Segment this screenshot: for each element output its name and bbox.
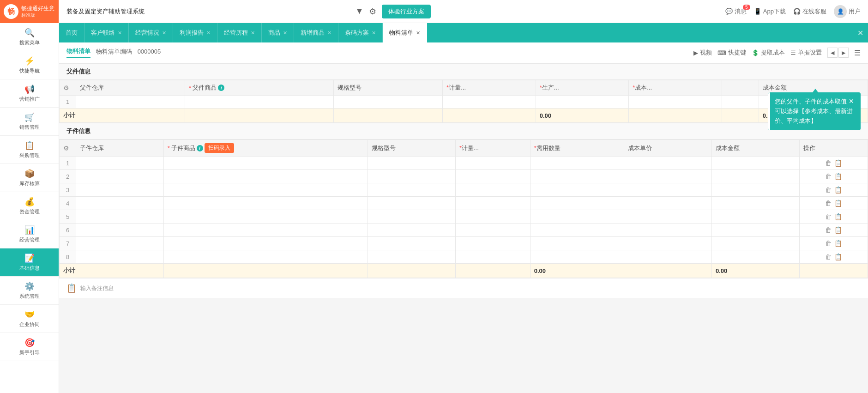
copy-icon[interactable]: 📋 bbox=[834, 159, 842, 167]
app-download-button[interactable]: 📱 App下载 bbox=[754, 7, 786, 16]
tab-home[interactable]: 首页 bbox=[59, 23, 84, 42]
tab-operations[interactable]: 经营情况 ✕ bbox=[129, 23, 173, 42]
tab-customer-close-icon[interactable]: ✕ bbox=[118, 30, 122, 36]
sidebar-item-operations[interactable]: 📊 经营管理 bbox=[0, 220, 59, 248]
child-need-qty-cell[interactable] bbox=[530, 170, 624, 183]
child-unit-cost-cell[interactable] bbox=[624, 183, 712, 197]
copy-icon[interactable]: 📋 bbox=[834, 186, 842, 193]
trial-button[interactable]: 体验行业方案 bbox=[382, 5, 431, 18]
tab-new-goods-close-icon[interactable]: ✕ bbox=[327, 30, 332, 36]
sidebar-item-quicknav[interactable]: ⚡ 快捷导航 bbox=[0, 51, 59, 79]
child-unit-cell[interactable] bbox=[455, 250, 530, 264]
sidebar-item-marketing[interactable]: 📢 营销推广 bbox=[0, 79, 59, 108]
child-unit-cell[interactable] bbox=[455, 237, 530, 250]
child-amount-cell[interactable] bbox=[711, 210, 799, 224]
child-need-qty-cell[interactable] bbox=[530, 183, 624, 197]
child-unit-cost-cell[interactable] bbox=[624, 210, 712, 224]
scan-input-button[interactable]: 扫码录入 bbox=[205, 143, 234, 153]
child-amount-cell[interactable] bbox=[711, 157, 799, 170]
parent-spec-cell[interactable] bbox=[333, 96, 442, 109]
tab-bom[interactable]: 物料清单 ✕ bbox=[383, 23, 427, 42]
child-unit-cost-cell[interactable] bbox=[624, 224, 712, 237]
copy-icon[interactable]: 📋 bbox=[834, 213, 842, 220]
online-service-button[interactable]: 🎧 在线客服 bbox=[793, 7, 826, 16]
child-goods-cell[interactable] bbox=[163, 237, 368, 250]
child-need-qty-cell[interactable] bbox=[530, 224, 624, 237]
child-unit-cost-cell[interactable] bbox=[624, 170, 712, 183]
child-spec-cell[interactable] bbox=[368, 197, 456, 210]
child-unit-cell[interactable] bbox=[455, 197, 530, 210]
child-unit-cell[interactable] bbox=[455, 183, 530, 197]
child-spec-cell[interactable] bbox=[368, 183, 456, 197]
delete-icon[interactable]: 🗑 bbox=[825, 240, 832, 247]
child-warehouse-cell[interactable] bbox=[76, 170, 164, 183]
notes-placeholder[interactable]: 输入备注信息 bbox=[80, 284, 114, 292]
copy-icon[interactable]: 📋 bbox=[834, 240, 842, 247]
child-unit-cell[interactable] bbox=[455, 157, 530, 170]
settings-gear-icon[interactable]: ⚙ bbox=[369, 6, 376, 17]
child-need-qty-cell[interactable] bbox=[530, 237, 624, 250]
tab-goods-close-icon[interactable]: ✕ bbox=[283, 30, 287, 36]
child-unit-cell[interactable] bbox=[455, 170, 530, 183]
parent-produce-cell[interactable] bbox=[536, 96, 629, 109]
sidebar-item-finance[interactable]: 💰 资金管理 bbox=[0, 192, 59, 220]
tab-barcode-close-icon[interactable]: ✕ bbox=[372, 30, 376, 36]
tab-history[interactable]: 经营历程 ✕ bbox=[217, 23, 262, 42]
tab-barcode[interactable]: 条码方案 ✕ bbox=[338, 23, 383, 42]
copy-icon[interactable]: 📋 bbox=[834, 226, 842, 234]
child-need-qty-cell[interactable] bbox=[530, 250, 624, 264]
tab-goods[interactable]: 商品 ✕ bbox=[262, 23, 294, 42]
tooltip-close-button[interactable]: ✕ bbox=[849, 96, 854, 106]
child-goods-cell[interactable] bbox=[163, 210, 368, 224]
child-unit-cost-cell[interactable] bbox=[624, 237, 712, 250]
sidebar-item-inventory[interactable]: 📦 库存核算 bbox=[0, 164, 59, 192]
messages-button[interactable]: 💬 消息 5 bbox=[725, 7, 747, 16]
child-amount-cell[interactable] bbox=[711, 183, 799, 197]
child-goods-cell[interactable] bbox=[163, 183, 368, 197]
child-warehouse-cell[interactable] bbox=[76, 250, 164, 264]
sidebar-item-sales[interactable]: 🛒 销售管理 bbox=[0, 108, 59, 136]
tab-new-goods[interactable]: 新增商品 ✕ bbox=[294, 23, 338, 42]
child-unit-cell[interactable] bbox=[455, 224, 530, 237]
tab-customer[interactable]: 客户联络 ✕ bbox=[84, 23, 129, 42]
child-unit-cost-cell[interactable] bbox=[624, 157, 712, 170]
child-goods-cell[interactable] bbox=[163, 197, 368, 210]
user-avatar[interactable]: 👤 用户 bbox=[834, 5, 861, 18]
close-all-tabs-icon[interactable]: ✕ bbox=[853, 29, 868, 37]
sub-tab-bom-list[interactable]: 物料清单 bbox=[66, 47, 90, 58]
child-spec-cell[interactable] bbox=[368, 224, 456, 237]
tab-operations-close-icon[interactable]: ✕ bbox=[162, 30, 166, 36]
child-need-qty-cell[interactable] bbox=[530, 210, 624, 224]
sidebar-item-purchase[interactable]: 📋 采购管理 bbox=[0, 136, 59, 164]
child-spec-cell[interactable] bbox=[368, 157, 456, 170]
child-unit-cell[interactable] bbox=[455, 210, 530, 224]
child-warehouse-cell[interactable] bbox=[76, 183, 164, 197]
tab-profit-close-icon[interactable]: ✕ bbox=[206, 30, 211, 36]
nav-next-button[interactable]: ▶ bbox=[838, 48, 849, 58]
child-goods-cell[interactable] bbox=[163, 170, 368, 183]
parent-warehouse-cell[interactable] bbox=[76, 96, 185, 109]
sidebar-item-basic-info[interactable]: 📝 基础信息 bbox=[0, 248, 59, 277]
extract-cost-action[interactable]: 💲 提取成本 bbox=[752, 48, 785, 57]
child-goods-cell[interactable] bbox=[163, 157, 368, 170]
copy-icon[interactable]: 📋 bbox=[834, 173, 842, 180]
child-warehouse-cell[interactable] bbox=[76, 210, 164, 224]
parent-col-settings[interactable]: ⚙ bbox=[60, 80, 76, 96]
parent-unit-cell[interactable] bbox=[443, 96, 536, 109]
child-unit-cost-cell[interactable] bbox=[624, 197, 712, 210]
delete-icon[interactable]: 🗑 bbox=[825, 186, 832, 193]
sidebar-item-enterprise[interactable]: 🤝 企业协同 bbox=[0, 305, 59, 333]
layout-icon[interactable]: ☰ bbox=[854, 48, 861, 57]
child-amount-cell[interactable] bbox=[711, 237, 799, 250]
child-spec-cell[interactable] bbox=[368, 210, 456, 224]
child-col-settings[interactable]: ⚙ bbox=[60, 140, 76, 157]
sidebar-item-guide[interactable]: 🎯 新手引导 bbox=[0, 333, 59, 361]
sidebar-item-search[interactable]: 🔍 搜索菜单 bbox=[0, 23, 59, 51]
doc-settings-action[interactable]: ☰ 单据设置 bbox=[790, 48, 822, 57]
video-action[interactable]: ▶ 视频 bbox=[693, 48, 712, 57]
delete-icon[interactable]: 🗑 bbox=[825, 173, 832, 180]
delete-icon[interactable]: 🗑 bbox=[825, 253, 832, 260]
child-need-qty-cell[interactable] bbox=[530, 157, 624, 170]
child-unit-cost-cell[interactable] bbox=[624, 250, 712, 264]
child-warehouse-cell[interactable] bbox=[76, 237, 164, 250]
